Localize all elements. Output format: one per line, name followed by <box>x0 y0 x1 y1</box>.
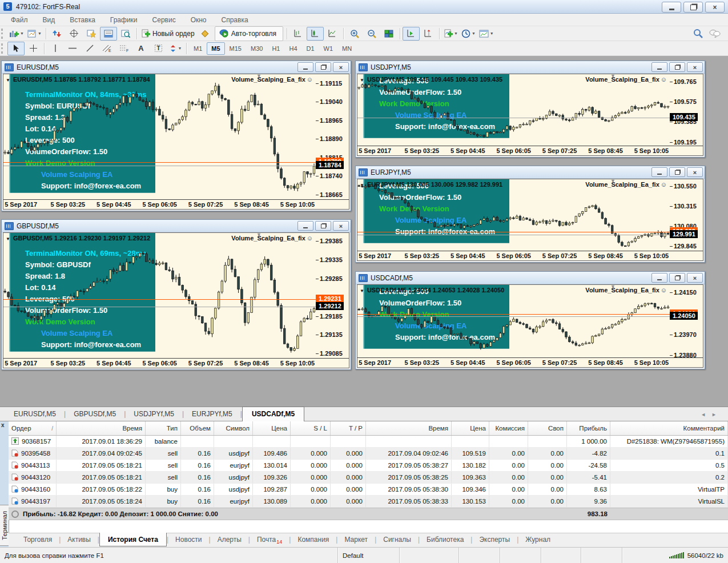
menu-Вид[interactable]: Вид <box>35 14 63 26</box>
column-header-Время[interactable]: Время <box>366 421 452 435</box>
minimize-button[interactable] <box>662 2 681 13</box>
time-axis[interactable]: 5 Sep 20175 Sep 03:255 Sep 04:455 Sep 06… <box>357 357 703 367</box>
fibonacci-button[interactable]: F <box>115 42 132 55</box>
bar-chart-button[interactable] <box>289 27 307 41</box>
status-profile[interactable]: Default <box>338 548 400 563</box>
chart-tab-USDJPYf,M5[interactable]: USDJPYf,M5 <box>126 408 182 421</box>
history-row-90443113[interactable]: 904431132017.09.05 05:18:21sell0.16eurjp… <box>9 460 728 472</box>
ohlc-header[interactable]: ▼EURUSDf,M5 1.18785 1.18792 1.18771 1.18… <box>6 76 150 83</box>
chart-window-titlebar[interactable]: USDCADf,M5× <box>356 272 705 284</box>
cursor-button[interactable] <box>7 42 25 55</box>
column-header-T / P[interactable]: T / P <box>331 421 366 435</box>
ohlc-header[interactable]: ▼GBPUSDf,M5 1.29216 1.29230 1.29197 1.29… <box>6 235 150 242</box>
menu-Вставка[interactable]: Вставка <box>62 14 103 26</box>
data-window-button[interactable] <box>66 27 83 41</box>
chart-window-titlebar[interactable]: EURJPYf,M5× <box>356 166 705 179</box>
price-axis[interactable]: 109.765109.575109.385109.195109.435 <box>670 74 703 146</box>
column-header-Своп[interactable]: Своп <box>528 421 567 435</box>
history-row-90368157[interactable]: 903681572017.09.01 18:36:29balance1 000.… <box>9 436 728 448</box>
timeframe-H1[interactable]: H1 <box>267 42 284 55</box>
navigator-button[interactable] <box>83 27 100 41</box>
timeframe-MN[interactable]: MN <box>337 42 356 55</box>
restore-button[interactable] <box>683 2 703 13</box>
ohlc-header[interactable]: ▼USDCADf,M5 1.24034 1.24053 1.24028 1.24… <box>360 287 504 293</box>
tab-scroll-left-icon[interactable]: ◄ <box>701 412 711 417</box>
templates-button[interactable]: ▼ <box>477 27 496 41</box>
new-chart-button[interactable]: ▼ <box>7 27 26 41</box>
price-axis[interactable]: 1.293851.293351.292851.291851.291351.290… <box>316 233 349 359</box>
column-header-Ордер[interactable]: Ордер/ <box>9 421 57 435</box>
price-axis[interactable]: 1.241501.239701.238801.240601.24050 <box>670 285 703 358</box>
crosshair-button[interactable] <box>25 42 42 55</box>
history-row-90443197[interactable]: 904431972017.09.05 05:18:24buy0.16eurjpy… <box>9 496 728 508</box>
timeframe-M30[interactable]: M30 <box>246 42 267 55</box>
column-header-Время[interactable]: Время <box>57 421 146 435</box>
terminal-tab-История Счета[interactable]: История Счета <box>99 533 167 546</box>
terminal-tab-Маркет[interactable]: Маркет <box>337 533 375 546</box>
chart-plot-area[interactable]: Leverage: 500VolumeOrderFlow: 1.50Work D… <box>357 285 670 358</box>
timeframe-M1[interactable]: M1 <box>189 42 207 55</box>
column-header-Цена[interactable]: Цена <box>253 421 291 435</box>
autotrade-button[interactable]: Авто-торговля <box>218 27 278 41</box>
chart-tab-EURUSDf,M5[interactable]: EURUSDf,M5 <box>6 408 64 421</box>
market-watch-button[interactable] <box>49 27 66 41</box>
terminal-tab-Сигналы[interactable]: Сигналы <box>376 533 418 546</box>
chart-maximize-button[interactable] <box>669 62 685 72</box>
metaeditor-button[interactable] <box>196 27 214 41</box>
timeframe-M15[interactable]: M15 <box>225 42 246 55</box>
timeframe-W1[interactable]: W1 <box>319 42 338 55</box>
profiles-button[interactable]: ▼ <box>26 27 43 41</box>
history-row-90443120[interactable]: 904431202017.09.05 05:18:21sell0.16usdjp… <box>9 472 728 484</box>
chart-maximize-button[interactable] <box>669 273 685 283</box>
terminal-button[interactable] <box>100 27 117 41</box>
terminal-tab-Компания[interactable]: Компания <box>291 533 336 546</box>
tile-windows-button[interactable] <box>380 27 397 41</box>
ohlc-header[interactable]: ▼EURJPYf,M5 130.005 130.006 129.982 129.… <box>360 181 502 188</box>
chart-minimize-button[interactable] <box>651 62 667 72</box>
column-header-Символ[interactable]: Символ <box>214 421 253 435</box>
indicators-button[interactable]: ▼ <box>442 27 460 41</box>
menu-Файл[interactable]: Файл <box>3 14 35 26</box>
trendline-button[interactable] <box>81 42 98 55</box>
chart-minimize-button[interactable] <box>651 273 667 283</box>
menu-Справка[interactable]: Справка <box>214 14 256 26</box>
toolbar-grip[interactable] <box>1 43 5 54</box>
chart-minimize-button[interactable] <box>297 62 313 72</box>
terminal-vertical-tab[interactable]: Терминал <box>0 505 9 546</box>
column-header-Тип[interactable]: Тип <box>146 421 181 435</box>
chart-shift-button[interactable] <box>420 27 437 41</box>
menu-Окно[interactable]: Окно <box>183 14 214 26</box>
toolbar-grip[interactable] <box>1 29 5 39</box>
column-header-Объем[interactable]: Объем <box>181 421 214 435</box>
zoom-out-button[interactable] <box>363 27 380 41</box>
chart-window-titlebar[interactable]: USDJPYf,M5× <box>356 61 705 74</box>
terminal-tab-Почта[interactable]: Почта14 <box>250 533 289 547</box>
chart-close-button[interactable]: × <box>687 62 703 72</box>
terminal-tab-Торговля[interactable]: Торговля <box>17 533 59 546</box>
horizontal-line-button[interactable] <box>64 42 81 55</box>
timeframe-H4[interactable]: H4 <box>284 42 301 55</box>
terminal-tab-Новости[interactable]: Новости <box>168 533 208 546</box>
time-axis[interactable]: 5 Sep 20175 Sep 03:255 Sep 04:455 Sep 06… <box>3 358 349 368</box>
chart-window-titlebar[interactable]: GBPUSDf,M5× <box>2 220 351 232</box>
time-axis[interactable]: 5 Sep 20175 Sep 03:255 Sep 04:455 Sep 06… <box>3 199 349 209</box>
text-label-button[interactable]: T <box>150 42 167 55</box>
menu-Сервис[interactable]: Сервис <box>145 14 183 26</box>
community-button[interactable] <box>706 27 723 41</box>
search-button[interactable] <box>689 27 706 41</box>
chart-tab-EURJPYf,M5[interactable]: EURJPYf,M5 <box>184 408 240 421</box>
chart-close-button[interactable]: × <box>333 221 349 231</box>
chart-close-button[interactable]: × <box>687 167 703 177</box>
autoscroll-button[interactable] <box>403 27 420 41</box>
chart-plot-area[interactable]: Leverage: 500VolumeOrderFlow: 1.50Work D… <box>357 74 670 146</box>
chart-plot-area[interactable]: TerminalMonitor ON, 69ms, ~28msSymbol: G… <box>3 233 316 359</box>
chart-minimize-button[interactable] <box>651 167 667 177</box>
chart-minimize-button[interactable] <box>297 221 313 231</box>
timeframe-D1[interactable]: D1 <box>302 42 319 55</box>
time-axis[interactable]: 5 Sep 20175 Sep 03:255 Sep 04:455 Sep 06… <box>357 251 703 260</box>
column-header-S / L[interactable]: S / L <box>291 421 331 435</box>
chart-maximize-button[interactable] <box>669 167 685 177</box>
terminal-tab-Активы[interactable]: Активы <box>61 533 98 546</box>
chart-tab-GBPUSDf,M5[interactable]: GBPUSDf,M5 <box>66 408 124 421</box>
strategy-tester-button[interactable] <box>117 27 134 41</box>
